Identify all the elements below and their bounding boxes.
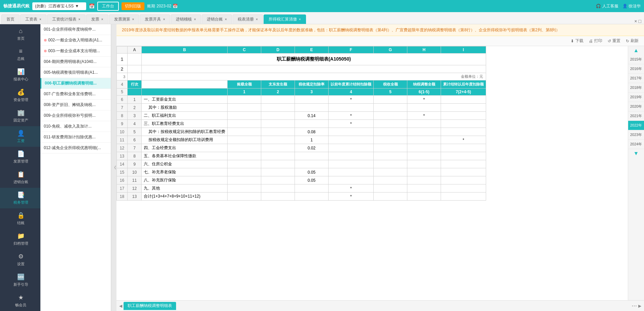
year-2018[interactable]: 2018年 [628, 83, 644, 93]
sidebar-item-report[interactable]: 📊 报表中心 [0, 65, 40, 85]
sidebar: ⌂ 首页 ≡ 总账 📊 报表中心 💰 资金管理 🏢 固定资产 👤 工资 📄 发票… [0, 24, 40, 311]
sidebar-item-payroll[interactable]: 👤 工资 [0, 126, 40, 147]
close-icon[interactable]: × [256, 18, 258, 21]
scroll-right-icon[interactable]: ▶ [638, 304, 641, 308]
col-label-B: B [142, 46, 228, 54]
close-icon[interactable]: × [132, 18, 134, 21]
calendar-period-icon[interactable]: 📅 [173, 4, 178, 8]
col-header-5: 税收全额 [374, 80, 407, 89]
report-icon: 📊 [17, 68, 25, 75]
close-icon[interactable]: × [225, 18, 227, 21]
customer-service[interactable]: 🎧 人工客服 [596, 3, 618, 9]
sidebar-item-closing[interactable]: 🔒 结账 [0, 208, 40, 229]
spreadsheet-wrapper[interactable]: A B C D E F G H I 1 [116, 46, 628, 300]
form-list-item-011[interactable]: 011-研发费用加计扣除优惠... [40, 132, 111, 143]
year-nav-up[interactable]: ▲ [628, 46, 644, 55]
sub-header-7: 7(2+4-5) [441, 89, 486, 96]
year-2024[interactable]: 2024年 [628, 140, 644, 149]
tab-verify[interactable]: 进销稽核 × [171, 14, 201, 24]
close-icon[interactable]: × [78, 18, 80, 21]
sidebar-item-member[interactable]: ★ 畅会员 [0, 290, 40, 311]
col-header-2: 支东发生额 [261, 80, 295, 89]
bottom-tab-menu[interactable]: ⋯ [632, 303, 637, 309]
sidebar-item-home[interactable]: ⌂ 首页 [0, 24, 40, 44]
year-nav: ▲ 2015年 2016年 2017年 2018年 2019年 2020年 20… [628, 46, 644, 300]
row-num-4: 4 [117, 80, 128, 89]
bottom-tab-active[interactable]: 职工薪酬纳税调整明细表 [124, 302, 176, 310]
close-icon[interactable]: × [39, 18, 41, 21]
sidebar-item-tax[interactable]: 📑 税务管理 [0, 188, 40, 208]
close-icon[interactable]: × [299, 18, 301, 21]
reset-button[interactable]: ↺ 重置 [608, 38, 620, 44]
tab-close-button[interactable]: × [634, 19, 637, 24]
tab-tax-list[interactable]: 税表清册 × [233, 14, 263, 24]
company-selector[interactable]: (勿删）江西睿宝-LSS ▼ [32, 2, 86, 10]
table-row: 12 7 四、工会经费支出 0.02 [117, 144, 486, 152]
chevron-left-icon: 《 [112, 165, 116, 171]
sidebar-item-invoice[interactable]: 📄 发票管理 [0, 147, 40, 167]
col-header-item: 项 目 [142, 80, 228, 89]
year-2020[interactable]: 2020年 [628, 102, 644, 111]
tab-sales-ledger[interactable]: 进销台账 × [202, 14, 232, 24]
form-list-item-010[interactable]: 010-免税、减收入及加计... [40, 121, 111, 132]
tab-income-tax[interactable]: 所得税汇算清缴 × [264, 14, 306, 24]
form-list-item-003[interactable]: ⊗ 003-一般企业成本支出明细... [40, 46, 111, 57]
user-avatar[interactable]: 👤 徐涟华 [622, 3, 641, 9]
year-2017[interactable]: 2017年 [628, 74, 644, 83]
year-2021[interactable]: 2021年 [628, 111, 644, 121]
year-2023[interactable]: 2023年 [628, 130, 644, 140]
sidebar-item-asset-mgmt[interactable]: 💰 资金管理 [0, 85, 40, 106]
back-to-old-button[interactable]: 切到旧版 [122, 2, 144, 10]
form-list-item-007[interactable]: 007-广告费和业务宣传费明... [40, 89, 111, 100]
form-list-panel: 001-企业所得税年度纳税申... ⊗ 002-一般企业收入明细表(A1... … [40, 24, 111, 311]
year-2022[interactable]: 2022年 [628, 121, 644, 130]
tax-icon: 📑 [17, 191, 25, 199]
close-icon[interactable]: × [101, 18, 103, 21]
form-list-item-008[interactable]: 008-资产折旧、摊销及纳税... [40, 100, 111, 110]
row-num-3: 3 [117, 73, 128, 80]
workspace-button[interactable]: 工作台 [97, 2, 119, 11]
calendar-icon[interactable]: 📅 [89, 3, 95, 9]
tab-invoice[interactable]: 发票 × [86, 14, 108, 24]
tab-payroll[interactable]: 工资表 × [20, 14, 46, 24]
tab-expand-button[interactable]: □ [639, 19, 641, 24]
scroll-left-icon[interactable]: ◀ [119, 304, 122, 308]
sidebar-item-guide[interactable]: 🆕 新手引导 [0, 270, 40, 290]
year-2019[interactable]: 2019年 [628, 93, 644, 102]
person-icon: 👤 [17, 130, 25, 137]
close-icon[interactable]: × [163, 18, 165, 21]
sales-icon: 📋 [17, 171, 25, 178]
tab-invoice-calc[interactable]: 发票测算 × [109, 14, 139, 24]
tab-payroll-stats[interactable]: 工资统计报表 × [47, 14, 86, 24]
panel-collapse-button[interactable]: 《 [111, 24, 116, 311]
bottom-tab-bar: ◀ 职工薪酬纳税调整明细表 ⋯ ▶ [116, 300, 644, 311]
app-logo: 畅捷通易代账 [3, 3, 30, 9]
refresh-button[interactable]: ↻ 刷新 [626, 38, 639, 44]
form-list-item-012[interactable]: 012-减免企业所得税优惠明细(... [40, 143, 111, 153]
close-icon[interactable]: × [194, 18, 196, 21]
download-button[interactable]: ⬇ 下载 [571, 38, 583, 44]
sidebar-item-ledger[interactable]: ≡ 总账 [0, 44, 40, 65]
star-icon: ★ [18, 294, 24, 301]
print-button[interactable]: 🖨 打印 [589, 38, 602, 44]
tab-home[interactable]: 首页 [1, 14, 20, 24]
col-header-4: 以前年度累计结转扣除额 [329, 80, 374, 89]
guide-icon: 🆕 [17, 273, 25, 281]
form-list-item-009[interactable]: 009-企业所得税弥补亏损明... [40, 110, 111, 121]
year-2015[interactable]: 2015年 [628, 55, 644, 64]
sidebar-item-sales[interactable]: 📋 进销台账 [0, 167, 40, 188]
sidebar-item-fixed-asset[interactable]: 🏢 固定资产 [0, 106, 40, 126]
sidebar-item-archive[interactable]: 📁 归档管理 [0, 229, 40, 249]
form-list-item-002[interactable]: ⊗ 002-一般企业收入明细表(A1... [40, 35, 111, 46]
table-row: 13 8 五、各类基本社会保障性缴款 [117, 152, 486, 160]
year-2016[interactable]: 2016年 [628, 64, 644, 74]
form-list-item-005[interactable]: 005-纳税调整项目明细表(A1... [40, 67, 111, 78]
tab-invoice-open[interactable]: 发票开具 × [140, 14, 170, 24]
year-nav-down[interactable]: ▼ [628, 149, 644, 158]
table-row: 8 3 二、职工福利支出 0.14 * * [117, 112, 486, 120]
form-list-item-006[interactable]: 006-职工薪酬纳税调整明细... [40, 78, 111, 89]
form-list-item-001[interactable]: 001-企业所得税年度纳税申... [40, 24, 111, 35]
form-list-item-004[interactable]: 004-期间费用明细表(A1040... [40, 57, 111, 67]
avatar-icon: 👤 [622, 4, 628, 8]
sidebar-item-settings[interactable]: ⚙ 设置 [0, 249, 40, 270]
